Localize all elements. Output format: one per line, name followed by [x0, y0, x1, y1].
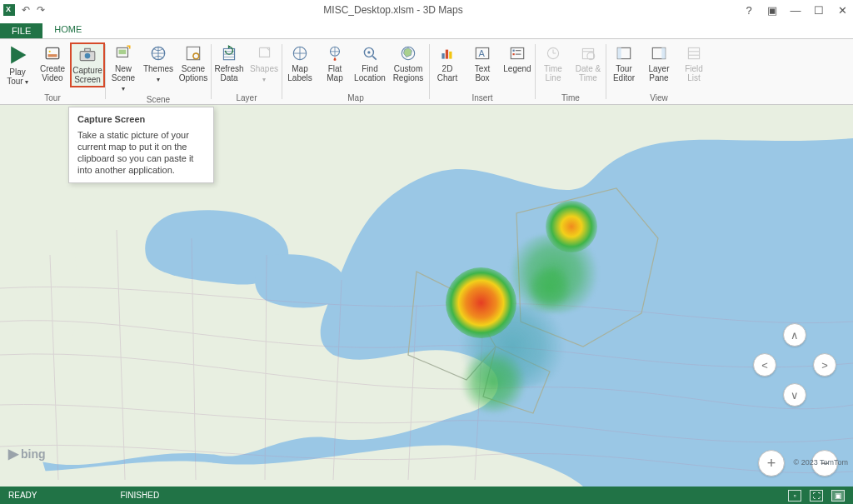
svg-point-2 — [49, 51, 51, 52]
status-ready: READY — [8, 491, 37, 500]
tour-editor-button[interactable]: Tour Editor — [606, 42, 641, 84]
heat-blob — [526, 265, 572, 311]
map-nav-controls: ∧ < > ∨ — [753, 353, 836, 437]
svg-rect-39 — [661, 47, 665, 58]
flat-map-button[interactable]: Flat Map — [317, 42, 352, 84]
legend-icon — [506, 44, 528, 62]
svg-rect-3 — [48, 54, 57, 57]
statusbar-view3-button[interactable]: ▣ — [831, 490, 845, 502]
tooltip-body: Take a static picture of your current ma… — [77, 129, 205, 176]
svg-rect-22 — [449, 52, 451, 59]
chart-icon — [436, 44, 458, 62]
svg-text:A: A — [479, 48, 486, 58]
themes-button[interactable]: Themes — [141, 42, 176, 86]
timeline-button: Time Line — [536, 42, 571, 84]
datetime-icon — [577, 44, 599, 62]
refresh-data-button[interactable]: Refresh Data — [212, 42, 247, 84]
legend-button[interactable]: Legend — [500, 42, 535, 75]
capture-screen-button[interactable]: Capture Screen — [70, 42, 105, 87]
datetime-button: Date & Time — [571, 42, 606, 84]
find-location-icon — [359, 44, 381, 62]
group-insert-label: Insert — [430, 93, 535, 104]
group-tour-label: Tour — [0, 93, 105, 104]
bing-icon: ▶ — [8, 446, 18, 462]
svg-rect-26 — [513, 50, 515, 52]
textbox-icon: A — [471, 44, 493, 62]
new-scene-button[interactable]: New Scene — [106, 42, 141, 95]
bing-logo: ▶ bing — [8, 446, 46, 462]
svg-point-6 — [85, 53, 91, 59]
video-icon — [42, 44, 63, 62]
play-icon — [5, 44, 30, 66]
globe-themes-icon — [147, 44, 169, 62]
heat-blob — [458, 351, 529, 413]
scene-options-button[interactable]: Scene Options — [176, 42, 211, 84]
tab-file[interactable]: FILE — [0, 23, 42, 38]
map-labels-button[interactable]: Map Labels — [282, 42, 317, 84]
flat-map-icon — [324, 44, 346, 62]
status-bar: READY FINISHED ▫ ⛶ ▣ — [0, 487, 853, 504]
svg-rect-37 — [617, 47, 621, 58]
field-list-icon — [683, 44, 705, 62]
excel-icon — [3, 4, 15, 16]
find-location-button[interactable]: Find Location — [352, 42, 387, 84]
svg-rect-1 — [46, 47, 58, 58]
ribbon-options-icon[interactable]: ▣ — [765, 4, 780, 17]
help-icon[interactable]: ? — [741, 4, 756, 17]
group-view-label: View — [606, 93, 711, 104]
window-title: MISC_Desktop.xlsm - 3D Maps — [45, 4, 741, 16]
statusbar-view1-button[interactable]: ▫ — [788, 490, 801, 502]
svg-marker-13 — [228, 45, 231, 48]
custom-regions-icon — [397, 44, 419, 62]
maximize-icon[interactable]: ☐ — [811, 4, 826, 17]
rotate-left-button[interactable]: < — [753, 353, 776, 377]
svg-rect-21 — [446, 50, 448, 59]
tour-editor-icon — [613, 44, 635, 62]
group-layer-label: Layer — [212, 93, 282, 104]
field-list-button: Field List — [676, 42, 711, 84]
layer-pane-icon — [648, 44, 670, 62]
create-video-button[interactable]: Create Video — [35, 42, 70, 84]
shapes-icon — [253, 44, 275, 62]
statusbar-view2-button[interactable]: ⛶ — [810, 490, 823, 502]
status-finished: FINISHED — [120, 491, 159, 500]
text-box-button[interactable]: A Text Box — [465, 42, 500, 84]
camera-icon — [77, 46, 98, 64]
heat-hotspot — [546, 201, 597, 252]
new-scene-icon — [112, 44, 134, 62]
custom-regions-button[interactable]: Custom Regions — [387, 42, 429, 84]
map-labels-icon — [289, 44, 311, 62]
zoom-in-button[interactable]: + — [758, 450, 785, 477]
tab-home[interactable]: HOME — [42, 22, 93, 38]
play-tour-button[interactable]: Play Tour — [0, 42, 35, 88]
layer-pane-button[interactable]: Layer Pane — [641, 42, 676, 84]
close-icon[interactable]: ✕ — [835, 4, 850, 17]
group-map-label: Map — [282, 93, 429, 104]
ribbon: Play Tour Create Video Capture Screen To… — [0, 38, 853, 105]
undo-icon[interactable]: ↶ — [22, 4, 30, 16]
tooltip-title: Capture Screen — [77, 114, 205, 124]
rotate-right-button[interactable]: > — [813, 353, 836, 377]
svg-rect-20 — [441, 53, 444, 59]
redo-icon[interactable]: ↷ — [37, 4, 45, 16]
titlebar: ↶ ↷ MISC_Desktop.xlsm - 3D Maps ? ▣ — ☐ … — [0, 0, 853, 20]
timeline-icon — [542, 44, 564, 62]
heat-hotspot — [446, 267, 516, 338]
tooltip-capture-screen: Capture Screen Take a static picture of … — [68, 107, 214, 183]
group-time-label: Time — [536, 93, 606, 104]
svg-rect-40 — [688, 47, 699, 58]
refresh-icon — [218, 44, 240, 62]
svg-point-18 — [367, 51, 370, 53]
tab-strip: FILE HOME — [0, 20, 853, 38]
2d-chart-button[interactable]: 2D Chart — [430, 42, 465, 84]
svg-rect-5 — [85, 48, 91, 51]
tilt-down-button[interactable]: ∨ — [783, 383, 806, 407]
svg-rect-8 — [119, 50, 127, 55]
tilt-up-button[interactable]: ∧ — [783, 323, 806, 347]
map-copyright: © 2023 TomTom — [794, 458, 849, 467]
shapes-button: Shapes — [247, 42, 282, 86]
minimize-icon[interactable]: — — [788, 4, 803, 17]
svg-marker-0 — [11, 47, 26, 64]
scene-options-icon — [182, 44, 204, 62]
svg-line-17 — [372, 56, 376, 59]
